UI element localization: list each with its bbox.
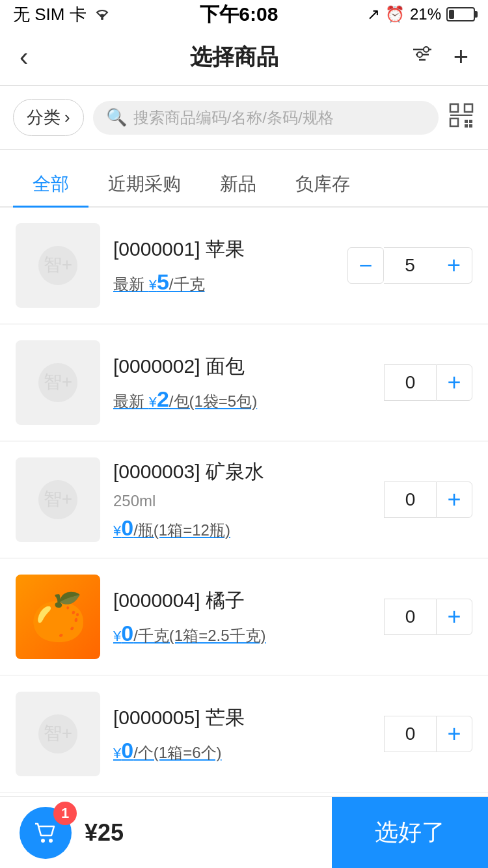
status-left: 无 SIM 卡 [13, 3, 111, 26]
quantity-control: − + [347, 247, 472, 284]
list-item: 智+ [0000003] 矿泉水 250ml ¥0/瓶(1箱=12瓶) 0 + [0, 442, 488, 558]
quantity-display: 0 [384, 481, 436, 518]
product-name: [0000002] 面包 [113, 353, 371, 380]
product-info: [0000003] 矿泉水 250ml ¥0/瓶(1箱=12瓶) [113, 459, 371, 541]
svg-rect-7 [450, 118, 458, 126]
quantity-display: 0 [384, 599, 436, 635]
quantity-control: 0 + [384, 481, 472, 518]
list-item: 🍊 [0000004] 橘子 ¥0/千克(1箱=2.5千克) 0 + [0, 559, 488, 675]
product-image: 智+ [16, 457, 100, 542]
product-image: 智+ [16, 692, 100, 776]
product-info: [0000004] 橘子 ¥0/千克(1箱=2.5千克) [113, 588, 371, 646]
product-price: ¥0/瓶(1箱=12瓶) [113, 515, 371, 541]
placeholder-logo-icon: 智+ [32, 239, 84, 292]
status-bar: 无 SIM 卡 下午6:08 ↗ ⏰ 21% [0, 0, 488, 29]
svg-rect-11 [469, 120, 472, 123]
nav-actions: + [411, 42, 468, 72]
battery-icon [446, 7, 475, 21]
svg-rect-8 [465, 104, 472, 112]
category-button[interactable]: 分类 › [13, 99, 84, 136]
product-name: [0000003] 矿泉水 [113, 459, 371, 485]
decrease-button[interactable]: − [347, 247, 384, 284]
product-spec: 250ml [113, 492, 371, 510]
product-info: [0000002] 面包 最新 ¥2/包(1袋=5包) [113, 353, 371, 412]
status-right: ↗ ⏰ 21% [367, 5, 475, 23]
svg-rect-13 [469, 124, 472, 128]
scan-icon[interactable] [448, 102, 475, 133]
product-image: 智+ [16, 223, 100, 308]
svg-rect-12 [465, 124, 468, 128]
product-price: ¥0/个(1箱=6个) [113, 738, 371, 763]
svg-text:智+: 智+ [44, 489, 72, 509]
svg-text:智+: 智+ [44, 723, 72, 743]
tab-recent[interactable]: 近期采购 [88, 163, 200, 208]
category-chevron: › [64, 107, 70, 128]
cart-badge: 1 [53, 802, 77, 825]
placeholder-logo-icon: 智+ [32, 474, 84, 526]
list-item: 智+ [0000002] 面包 最新 ¥2/包(1袋=5包) 0 + [0, 325, 488, 441]
placeholder-logo-icon: 智+ [32, 357, 84, 409]
svg-point-4 [424, 47, 429, 52]
svg-point-5 [417, 52, 422, 57]
product-image: 智+ [16, 340, 100, 425]
product-info: [0000001] 苹果 最新 ¥5/千克 [113, 236, 334, 295]
placeholder-logo-icon: 智+ [32, 708, 84, 760]
filter-icon[interactable] [411, 43, 434, 72]
product-price: 最新 ¥5/千克 [113, 269, 334, 295]
quantity-display: 0 [384, 364, 436, 401]
carrier-text: 无 SIM 卡 [13, 3, 87, 26]
svg-point-26 [41, 839, 45, 843]
back-button[interactable]: ‹ [20, 42, 59, 72]
quantity-control: 0 + [384, 716, 472, 752]
svg-text:智+: 智+ [44, 254, 72, 275]
svg-rect-6 [450, 104, 458, 112]
list-item: 智+ [0000001] 苹果 最新 ¥5/千克 − + [0, 208, 488, 323]
increase-button[interactable]: + [436, 364, 472, 401]
cart-icon [31, 819, 60, 847]
product-image: 🍊 [16, 575, 100, 659]
increase-button[interactable]: + [436, 599, 472, 635]
svg-point-27 [49, 839, 53, 843]
quantity-control: 0 + [384, 599, 472, 635]
cart-section: 1 ¥25 [0, 807, 332, 859]
tab-bar: 全部 近期采购 新品 负库存 [0, 150, 488, 208]
product-list: 智+ [0000001] 苹果 最新 ¥5/千克 − + 智+ [0, 208, 488, 868]
product-name: [0000004] 橘子 [113, 588, 371, 614]
category-label: 分类 [27, 106, 61, 129]
tab-new[interactable]: 新品 [200, 163, 276, 208]
cart-total: ¥25 [85, 819, 124, 847]
page-title: 选择商品 [190, 42, 278, 72]
search-box[interactable]: 🔍 搜索商品编码/名称/条码/规格 [93, 101, 439, 135]
cart-button[interactable]: 1 [20, 807, 72, 859]
tab-all[interactable]: 全部 [13, 163, 88, 208]
svg-text:智+: 智+ [44, 372, 72, 392]
bottom-bar: 1 ¥25 选好了 [0, 796, 488, 868]
filter-bar: 分类 › 🔍 搜索商品编码/名称/条码/规格 [0, 86, 488, 150]
increase-button[interactable]: + [436, 481, 472, 518]
quantity-input[interactable] [384, 247, 436, 284]
product-price: 最新 ¥2/包(1袋=5包) [113, 387, 371, 412]
increase-button[interactable]: + [436, 247, 472, 284]
wifi-icon [93, 5, 111, 25]
tab-negative-stock[interactable]: 负库存 [276, 163, 370, 208]
product-info: [0000005] 芒果 ¥0/个(1箱=6个) [113, 705, 371, 763]
list-item: 智+ [0000005] 芒果 ¥0/个(1箱=6个) 0 + [0, 676, 488, 792]
alarm-icon: ⏰ [385, 5, 405, 23]
product-name: [0000005] 芒果 [113, 705, 371, 731]
increase-button[interactable]: + [436, 716, 472, 752]
add-icon[interactable]: + [454, 42, 468, 72]
location-icon: ↗ [367, 5, 380, 23]
confirm-button[interactable]: 选好了 [332, 797, 488, 869]
product-name: [0000001] 苹果 [113, 236, 334, 263]
product-price: ¥0/千克(1箱=2.5千克) [113, 621, 371, 646]
battery-percent: 21% [410, 5, 441, 23]
search-icon: 🔍 [106, 107, 127, 128]
svg-rect-10 [465, 120, 468, 123]
nav-bar: ‹ 选择商品 + [0, 29, 488, 86]
search-placeholder: 搜索商品编码/名称/条码/规格 [133, 107, 426, 128]
quantity-display: 0 [384, 716, 436, 752]
svg-point-0 [101, 18, 103, 20]
quantity-control: 0 + [384, 364, 472, 401]
time-display: 下午6:08 [200, 1, 278, 28]
